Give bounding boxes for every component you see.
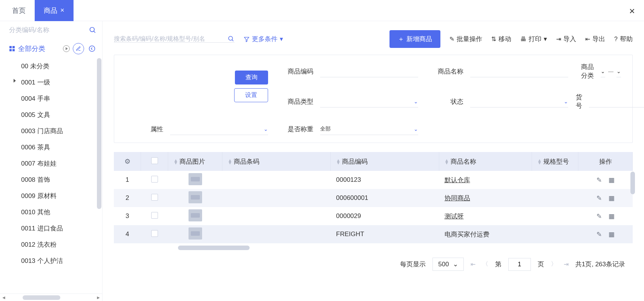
move-button[interactable]: ⇅移动 bbox=[491, 35, 511, 43]
export-button[interactable]: ⇤导出 bbox=[585, 35, 605, 43]
tree-item-label: 0010 其他 bbox=[21, 209, 50, 216]
tree-item[interactable]: 0008 首饰 bbox=[3, 172, 102, 188]
filter-category-from[interactable]: ⌄ bbox=[601, 65, 605, 77]
table-scrollbar-vertical[interactable] bbox=[630, 172, 635, 194]
col-settings[interactable]: ⚙ bbox=[114, 152, 141, 171]
page-size-select[interactable]: 500⌄ bbox=[432, 258, 463, 271]
more-filters-button[interactable]: 更多条件 ▾ bbox=[244, 35, 283, 43]
checkbox[interactable] bbox=[151, 212, 158, 219]
col-name[interactable]: ▲▼商品名称 bbox=[439, 152, 532, 171]
close-icon[interactable]: × bbox=[60, 6, 64, 14]
table-scrollbar-horizontal[interactable] bbox=[114, 245, 633, 251]
batch-button[interactable]: ✎批量操作 bbox=[449, 35, 482, 43]
first-page-icon[interactable]: ⇤ bbox=[471, 261, 475, 268]
filter-sku-input[interactable] bbox=[589, 95, 644, 108]
page-number-input[interactable] bbox=[508, 258, 531, 271]
edit-row-icon[interactable]: ✎ bbox=[596, 194, 602, 202]
row-checkbox-cell bbox=[141, 225, 168, 243]
more-row-icon[interactable]: ▦ bbox=[609, 194, 615, 202]
sidebar-title[interactable]: 全部分类 bbox=[18, 44, 61, 53]
product-name-link[interactable]: 默认仓库 bbox=[445, 177, 470, 184]
col-spec[interactable]: ▲▼规格型号 bbox=[532, 152, 578, 171]
filter-category-to[interactable]: ⌄ bbox=[616, 65, 621, 77]
sidebar-search-input[interactable] bbox=[9, 26, 89, 34]
import-button[interactable]: ⇥导入 bbox=[556, 35, 576, 43]
checkbox[interactable] bbox=[151, 176, 158, 183]
help-button[interactable]: ?帮助 bbox=[614, 35, 633, 43]
tab-home[interactable]: 首页 bbox=[3, 0, 35, 21]
collapse-sidebar-icon[interactable] bbox=[89, 45, 95, 52]
tree-item[interactable]: 0013 个人护洁 bbox=[3, 253, 102, 269]
search-input[interactable] bbox=[114, 35, 225, 42]
filter-status-select[interactable]: ⌄ bbox=[470, 95, 568, 108]
tree-item-label: 0008 首饰 bbox=[21, 176, 50, 183]
checkbox[interactable] bbox=[151, 194, 158, 201]
more-row-icon[interactable]: ▦ bbox=[609, 230, 615, 238]
edit-row-icon[interactable]: ✎ bbox=[596, 176, 602, 184]
product-name-link[interactable]: 协同商品 bbox=[445, 195, 470, 202]
table-row[interactable]: 30000029测试呀✎▦ bbox=[114, 207, 633, 225]
tree-item[interactable]: 0004 手串 bbox=[3, 91, 102, 107]
search-icon[interactable] bbox=[89, 26, 97, 34]
edit-row-icon[interactable]: ✎ bbox=[596, 230, 602, 238]
tree-item[interactable]: 0011 进口食品 bbox=[3, 220, 102, 236]
edit-row-icon[interactable]: ✎ bbox=[596, 212, 602, 220]
tree-item[interactable]: 0003 门店商品 bbox=[3, 123, 102, 139]
settings-button[interactable]: 设置 bbox=[234, 88, 268, 102]
play-icon[interactable] bbox=[63, 45, 70, 52]
prev-page-icon[interactable]: 〈 bbox=[482, 260, 488, 268]
tree-item[interactable]: 0012 洗衣粉 bbox=[3, 236, 102, 253]
filter-weigh-select[interactable]: 全部⌄ bbox=[320, 123, 418, 135]
next-page-icon[interactable]: 〉 bbox=[551, 260, 557, 268]
more-row-icon[interactable]: ▦ bbox=[609, 176, 615, 184]
query-button[interactable]: 查询 bbox=[235, 71, 268, 84]
tab-products[interactable]: 商品 × bbox=[35, 0, 74, 21]
window-close-icon[interactable]: × bbox=[629, 5, 635, 17]
filter-attr-select[interactable]: ⌄ bbox=[170, 123, 268, 135]
tree-item[interactable]: 0010 其他 bbox=[3, 204, 102, 220]
filter-code-input[interactable] bbox=[320, 65, 418, 77]
svg-rect-4 bbox=[9, 49, 12, 51]
search-icon[interactable] bbox=[228, 35, 235, 42]
tree-item-label: 0004 手串 bbox=[21, 95, 50, 102]
col-barcode[interactable]: ▲▼商品条码 bbox=[222, 152, 330, 171]
product-thumbnail[interactable] bbox=[189, 227, 202, 240]
product-thumbnail[interactable] bbox=[189, 173, 202, 185]
edit-category-button[interactable] bbox=[73, 43, 84, 54]
tree-item-label: 0001 一级 bbox=[21, 79, 50, 86]
checkbox[interactable] bbox=[151, 230, 158, 237]
tree-item[interactable]: 0007 布娃娃 bbox=[3, 155, 102, 172]
scrollbar-horizontal[interactable]: ◄ ► bbox=[0, 293, 102, 301]
filter-type-select[interactable]: ⌄ bbox=[320, 95, 418, 108]
col-image[interactable]: ▲▼商品图片 bbox=[168, 152, 222, 171]
caret-right-icon[interactable] bbox=[14, 79, 16, 83]
table-row[interactable]: 10000123默认仓库✎▦ bbox=[114, 171, 633, 189]
row-ops: ✎▦ bbox=[578, 207, 633, 225]
table-row[interactable]: 2000600001协同商品✎▦ bbox=[114, 189, 633, 207]
row-index: 2 bbox=[114, 189, 141, 207]
tree-item[interactable]: 0009 原材料 bbox=[3, 188, 102, 204]
filter-name-input[interactable] bbox=[470, 65, 568, 77]
scroll-left-icon[interactable]: ◄ bbox=[2, 295, 6, 300]
tree-item[interactable]: 0005 文具 bbox=[3, 107, 102, 123]
scroll-right-icon[interactable]: ► bbox=[96, 295, 101, 300]
tree-item[interactable]: 0001 一级 bbox=[3, 74, 102, 91]
col-checkbox[interactable] bbox=[141, 152, 168, 171]
add-product-button[interactable]: ＋ 新增商品 bbox=[389, 30, 440, 48]
last-page-icon[interactable]: ⇥ bbox=[564, 261, 569, 268]
print-button[interactable]: 🖶打印▾ bbox=[520, 35, 547, 43]
col-code[interactable]: ▲▼商品编码 bbox=[331, 152, 439, 171]
tree-item[interactable]: 00 未分类 bbox=[3, 58, 102, 74]
table-row[interactable]: 4FREIGHT电商买家付运费✎▦ bbox=[114, 225, 633, 243]
scroll-thumb[interactable] bbox=[23, 295, 60, 300]
row-code: 0000123 bbox=[331, 171, 439, 189]
product-thumbnail[interactable] bbox=[189, 209, 202, 221]
sort-icon: ▲▼ bbox=[336, 159, 340, 164]
product-name-link[interactable]: 测试呀 bbox=[445, 213, 464, 220]
scroll-thumb[interactable] bbox=[178, 246, 250, 250]
more-row-icon[interactable]: ▦ bbox=[609, 212, 615, 220]
checkbox-all[interactable] bbox=[151, 157, 158, 164]
tree-item[interactable]: 0006 茶具 bbox=[3, 139, 102, 155]
product-thumbnail[interactable] bbox=[189, 191, 202, 203]
chevron-down-icon: ▾ bbox=[544, 35, 547, 43]
